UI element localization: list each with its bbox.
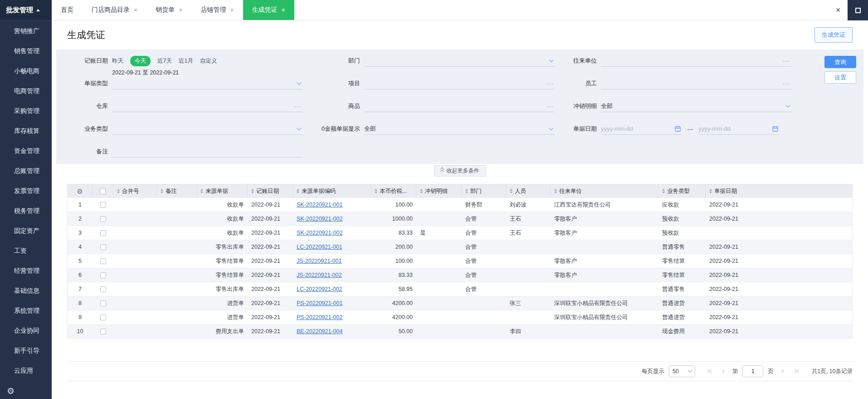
tab-生成凭证[interactable]: 生成凭证×: [243, 0, 294, 20]
page-size-select[interactable]: 50: [669, 365, 695, 377]
row-checkbox[interactable]: [100, 315, 106, 320]
collapse-filters-button[interactable]: 收起更多条件: [434, 165, 486, 177]
source-doc-link[interactable]: PS-20220921-002: [297, 314, 342, 320]
tab-首页[interactable]: 首页: [52, 0, 83, 20]
sidebar-item-税务管理[interactable]: 税务管理: [0, 201, 52, 221]
doc-date-to-input[interactable]: yyyy-mm-dd: [698, 123, 779, 135]
sidebar-item-固定资产[interactable]: 固定资产: [0, 221, 52, 241]
business-type-select[interactable]: [112, 123, 302, 135]
sidebar-item-企业协同[interactable]: 企业协同: [0, 320, 52, 340]
source-doc-link[interactable]: JS-20220921-002: [297, 272, 341, 278]
sort-icon[interactable]: [662, 189, 665, 193]
column-header-biz[interactable]: 业务类型: [658, 184, 706, 198]
column-header-check[interactable]: [93, 184, 113, 198]
settings-button[interactable]: 设置: [824, 71, 856, 84]
zero-amount-select[interactable]: 全部: [364, 123, 555, 135]
source-doc-link[interactable]: LC-20220921-002: [297, 286, 342, 292]
column-header-merge[interactable]: 合并号: [113, 184, 157, 198]
quick-option-yesterday[interactable]: 昨天: [112, 57, 123, 65]
row-checkbox[interactable]: [100, 286, 106, 292]
writeoff-detail-select[interactable]: 全部: [601, 100, 791, 112]
sort-icon[interactable]: [420, 189, 423, 193]
sort-icon[interactable]: [200, 189, 203, 193]
sidebar-item-采购管理[interactable]: 采购管理: [0, 101, 52, 121]
sidebar-item-总账管理[interactable]: 总账管理: [0, 161, 52, 181]
sort-icon[interactable]: [375, 189, 377, 193]
sort-icon[interactable]: [117, 189, 120, 193]
quick-option-last7days[interactable]: 近7天: [157, 57, 172, 65]
source-doc-link[interactable]: PS-20220921-001: [297, 300, 342, 306]
quick-option-custom[interactable]: 自定义: [200, 57, 217, 65]
column-header-code[interactable]: 来源单据编码: [293, 184, 371, 198]
department-select[interactable]: [364, 55, 555, 67]
doc-date-from-input[interactable]: yyyy-mm-dd: [601, 123, 682, 135]
row-checkbox[interactable]: [100, 329, 106, 335]
sort-icon[interactable]: [161, 189, 163, 193]
close-icon[interactable]: ×: [829, 0, 848, 20]
sidebar-item-系统管理[interactable]: 系统管理: [0, 300, 52, 320]
row-checkbox[interactable]: [100, 272, 106, 278]
remark-input[interactable]: [112, 146, 302, 158]
row-checkbox[interactable]: [100, 300, 106, 306]
row-checkbox[interactable]: [100, 230, 106, 236]
sidebar-item-资金管理[interactable]: 资金管理: [0, 141, 52, 161]
select-all-checkbox[interactable]: [100, 188, 106, 194]
first-page-button[interactable]: [705, 367, 714, 376]
sidebar-item-电商管理[interactable]: 电商管理: [0, 81, 52, 101]
sort-icon[interactable]: [554, 189, 557, 193]
column-header-unit[interactable]: 往来单位: [551, 184, 658, 198]
source-doc-link[interactable]: BE-20220921-004: [297, 328, 342, 335]
project-picker[interactable]: ···: [364, 78, 555, 89]
column-header-source[interactable]: 来源单据: [197, 184, 248, 198]
next-page-button[interactable]: [778, 367, 787, 376]
tab-close-icon[interactable]: ×: [282, 7, 285, 13]
tab-close-icon[interactable]: ×: [179, 7, 182, 13]
column-header-doc_date[interactable]: 单据日期: [706, 184, 852, 198]
sidebar-item-发票管理[interactable]: 发票管理: [0, 181, 52, 201]
sort-icon[interactable]: [465, 189, 468, 193]
tab-店铺管理[interactable]: 店铺管理×: [191, 0, 243, 20]
column-header-note[interactable]: 备注: [157, 184, 197, 198]
warehouse-picker[interactable]: ···: [112, 100, 302, 112]
quick-option-last1month[interactable]: 近1月: [179, 57, 193, 65]
sidebar-item-新手引导[interactable]: 新手引导: [0, 340, 52, 360]
column-header-amount[interactable]: 本币价税...: [371, 184, 416, 198]
sidebar-item-小畅电商[interactable]: 小畅电商: [0, 61, 52, 81]
sidebar-item-经营管理[interactable]: 经营管理: [0, 261, 52, 281]
column-header-writeoff[interactable]: 冲销明细: [416, 184, 462, 198]
sidebar-item-云应用[interactable]: 云应用: [0, 360, 52, 380]
sort-icon[interactable]: [709, 189, 712, 193]
sort-icon[interactable]: [251, 189, 254, 193]
column-header-dept[interactable]: 部门: [462, 184, 506, 198]
row-checkbox[interactable]: [100, 202, 106, 208]
sort-icon[interactable]: [510, 189, 512, 193]
fullscreen-icon[interactable]: [848, 0, 868, 20]
quick-option-today[interactable]: 今天: [130, 56, 151, 66]
sidebar-item-基础信息[interactable]: 基础信息: [0, 281, 52, 300]
source-doc-link[interactable]: LC-20220921-001: [297, 244, 342, 250]
tab-门店商品目录[interactable]: 门店商品目录×: [83, 0, 146, 20]
sidebar-item-销售管理[interactable]: 销售管理: [0, 41, 52, 61]
search-button[interactable]: 查询: [824, 56, 856, 68]
column-header-person[interactable]: 人员: [506, 184, 551, 198]
sidebar-item-工资[interactable]: 工资: [0, 241, 52, 261]
source-doc-link[interactable]: SK-20220921-001: [297, 202, 342, 208]
tab-close-icon[interactable]: ×: [134, 7, 137, 13]
last-page-button[interactable]: [792, 367, 801, 376]
tab-销货单[interactable]: 销货单×: [146, 0, 191, 20]
generate-voucher-button[interactable]: 生成凭证: [814, 27, 853, 43]
row-checkbox[interactable]: [100, 258, 106, 264]
source-doc-link[interactable]: SK-20220921-002: [297, 216, 342, 222]
prev-page-button[interactable]: [719, 367, 728, 376]
doc-type-select[interactable]: [112, 78, 302, 89]
tab-close-icon[interactable]: ×: [230, 7, 234, 13]
sort-icon[interactable]: [297, 189, 299, 193]
counterparty-picker[interactable]: ···: [601, 55, 791, 67]
sidebar-root-wholesale[interactable]: 批发管理: [0, 0, 52, 21]
sidebar-item-营销推广[interactable]: 营销推广: [0, 21, 52, 41]
sidebar-settings-gear-icon[interactable]: ⚙: [7, 386, 15, 396]
row-checkbox[interactable]: [100, 216, 106, 222]
column-settings-gear-icon[interactable]: ⚙: [77, 188, 83, 195]
goods-picker[interactable]: ···: [364, 100, 555, 112]
employee-picker[interactable]: ···: [601, 78, 791, 89]
